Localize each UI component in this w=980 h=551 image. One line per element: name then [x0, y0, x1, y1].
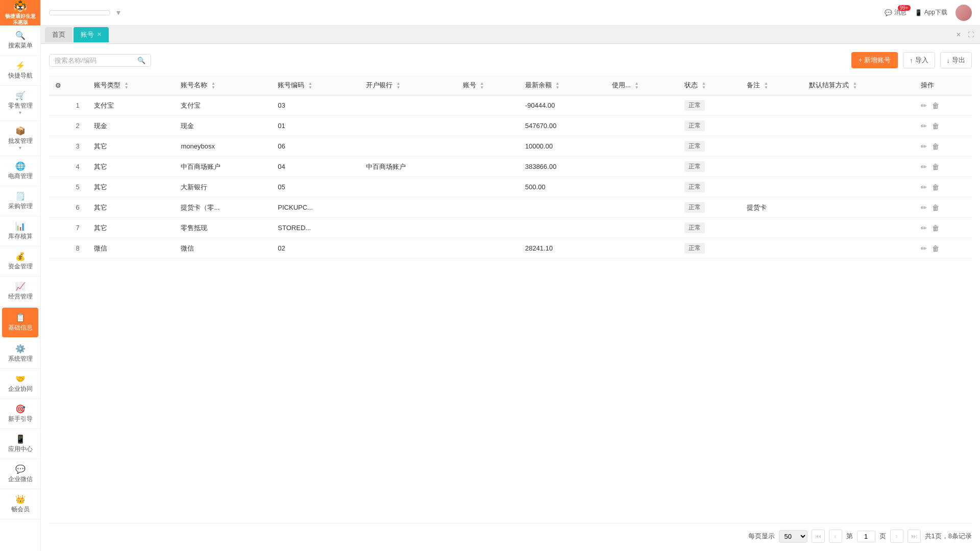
th-account-name[interactable]: 账号名称 ▲▼ — [175, 76, 272, 95]
td-latest-balance: 500.00 — [519, 177, 606, 197]
delete-icon[interactable]: 🗑 — [932, 142, 939, 151]
table-row: 6 其它 提货卡（零... PICKUPC... 正常 提货卡 ✏ 🗑 — [49, 197, 972, 218]
td-action: ✏ 🗑 — [915, 136, 972, 157]
th-default-settlement[interactable]: 默认结算方式 ▲▼ — [803, 76, 915, 95]
td-settings — [49, 177, 67, 197]
tab-accounts[interactable]: 账号 ✕ — [74, 27, 109, 42]
logo-icon: 🐯 — [5, 0, 36, 13]
th-account-no[interactable]: 账号 ▲▼ — [457, 76, 519, 95]
tab-close-icon[interactable]: ✕ — [97, 31, 102, 38]
td-bank — [360, 136, 457, 157]
app-download-button[interactable]: 📱 App下载 — [915, 8, 947, 17]
td-action: ✏ 🗑 — [915, 157, 972, 177]
th-action: 操作 — [915, 76, 972, 95]
sidebar-item-inventory[interactable]: 📊 库存核算 — [0, 216, 40, 246]
th-settings[interactable]: ⚙ — [49, 76, 67, 95]
th-remark[interactable]: 备注 ▲▼ — [741, 76, 803, 95]
td-latest-balance — [519, 197, 606, 218]
tab-accounts-label: 账号 — [81, 30, 94, 39]
logo-text: 畅捷通好生意 — [5, 13, 36, 19]
delete-icon[interactable]: 🗑 — [932, 122, 939, 130]
dropdown-icon[interactable]: ▾ — [116, 8, 120, 17]
edit-icon[interactable]: ✏ — [921, 102, 927, 110]
th-bank[interactable]: 开户银行 ▲▼ — [360, 76, 457, 95]
sidebar-item-finance-mgmt[interactable]: 💰 资金管理 — [0, 246, 40, 277]
delete-icon[interactable]: 🗑 — [932, 204, 939, 212]
next-page-button[interactable]: › — [890, 530, 903, 543]
delete-icon[interactable]: 🗑 — [932, 163, 939, 171]
edit-icon[interactable]: ✏ — [921, 183, 927, 191]
prev-page-button[interactable]: ‹ — [829, 530, 842, 543]
sidebar-item-operations-mgmt[interactable]: 📈 经营管理 — [0, 277, 40, 307]
search-input[interactable] — [55, 57, 134, 64]
import-label: 导入 — [915, 56, 928, 65]
td-account-no — [457, 197, 519, 218]
export-button[interactable]: ↓ 导出 — [940, 52, 972, 68]
sidebar-item-system-mgmt[interactable]: ⚙️ 系统管理 — [0, 339, 40, 369]
edit-icon[interactable]: ✏ — [921, 122, 927, 130]
edit-icon[interactable]: ✏ — [921, 204, 927, 212]
user-avatar[interactable] — [955, 5, 972, 21]
td-account-name: 中百商场账户 — [175, 157, 272, 177]
td-account-code: 01 — [272, 116, 359, 136]
td-action: ✏ 🗑 — [915, 218, 972, 238]
delete-icon[interactable]: 🗑 — [932, 244, 939, 253]
sidebar-item-quick-nav[interactable]: ⚡ 快捷导航 — [0, 56, 40, 86]
td-account-type: 支付宝 — [88, 95, 175, 116]
td-account-type: 其它 — [88, 177, 175, 197]
close-tab-button[interactable]: ✕ — [953, 30, 964, 40]
td-status: 正常 — [678, 157, 741, 177]
expand-button[interactable]: ⛶ — [966, 30, 976, 40]
edit-icon[interactable]: ✏ — [921, 224, 927, 232]
td-account-name: 大新银行 — [175, 177, 272, 197]
sidebar-item-basic-info[interactable]: 📋 基础信息 — [2, 308, 38, 338]
message-button[interactable]: 💬 消息 99+ — [885, 8, 906, 17]
edit-icon[interactable]: ✏ — [921, 244, 927, 253]
th-account-type[interactable]: 账号类型 ▲▼ — [88, 76, 175, 95]
td-default-settlement — [803, 116, 915, 136]
sidebar-item-retail-mgmt[interactable]: 🛒 零售管理 ▼ — [0, 86, 40, 121]
search-input-wrap[interactable]: 🔍 — [49, 54, 151, 67]
th-latest-balance[interactable]: 最新余额 ▲▼ — [519, 76, 606, 95]
sidebar-item-ecommerce-mgmt[interactable]: 🌐 电商管理 — [0, 156, 40, 186]
export-label: 导出 — [952, 56, 965, 65]
td-bank — [360, 238, 457, 259]
delete-icon[interactable]: 🗑 — [932, 102, 939, 110]
accounts-table: ⚙ 账号类型 ▲▼ 账号名称 ▲▼ 账号编码 ▲▼ 开户银行 ▲▼ — [49, 76, 972, 259]
delete-icon[interactable]: 🗑 — [932, 224, 939, 232]
import-button[interactable]: ↑ 导入 — [903, 52, 935, 68]
th-status[interactable]: 状态 ▲▼ — [678, 76, 741, 95]
th-num — [67, 76, 88, 95]
delete-icon[interactable]: 🗑 — [932, 183, 939, 191]
td-bank — [360, 95, 457, 116]
sidebar-item-label: 企业微信 — [8, 475, 33, 484]
last-page-button[interactable]: ⏭ — [908, 530, 921, 543]
sidebar-item-member[interactable]: 👑 畅会员 — [0, 489, 40, 519]
edit-icon[interactable]: ✏ — [921, 142, 927, 151]
sidebar-item-label: 资金管理 — [8, 262, 33, 271]
sort-icon: ▲▼ — [702, 82, 706, 90]
td-account-type: 其它 — [88, 136, 175, 157]
page-input[interactable] — [857, 531, 875, 542]
sidebar-item-new-guide[interactable]: 🎯 新手引导 — [0, 399, 40, 429]
page-size-select[interactable]: 50 20 100 — [779, 530, 807, 543]
td-num: 8 — [67, 238, 88, 259]
sidebar-item-label: 应用中心 — [8, 445, 33, 454]
edit-icon[interactable]: ✏ — [921, 163, 927, 171]
sidebar-item-purchase-mgmt[interactable]: 🗒️ 采购管理 — [0, 186, 40, 216]
th-usage[interactable]: 使用... ▲▼ — [606, 76, 678, 95]
sidebar-item-label: 系统管理 — [8, 355, 33, 363]
first-page-button[interactable]: ⏮ — [812, 530, 825, 543]
sidebar-item-app-center[interactable]: 📱 应用中心 — [0, 429, 40, 459]
sidebar-item-wholesale-mgmt[interactable]: 📦 批发管理 ▼ — [0, 121, 40, 156]
sidebar-item-search-menu[interactable]: 🔍 搜索菜单 — [0, 26, 40, 56]
th-account-code[interactable]: 账号编码 ▲▼ — [272, 76, 359, 95]
top-header-right: 💬 消息 99+ 📱 App下载 — [885, 5, 972, 21]
td-usage — [606, 238, 678, 259]
tab-home[interactable]: 首页 — [45, 27, 72, 42]
sidebar-item-enterprise-wechat[interactable]: 💬 企业微信 — [0, 459, 40, 489]
sidebar-item-enterprise-agreement[interactable]: 🤝 企业协同 — [0, 369, 40, 399]
add-account-button[interactable]: + 新增账号 — [851, 52, 898, 68]
content-area: 🔍 + 新增账号 ↑ 导入 ↓ 导出 — [41, 44, 980, 551]
td-account-no — [457, 136, 519, 157]
